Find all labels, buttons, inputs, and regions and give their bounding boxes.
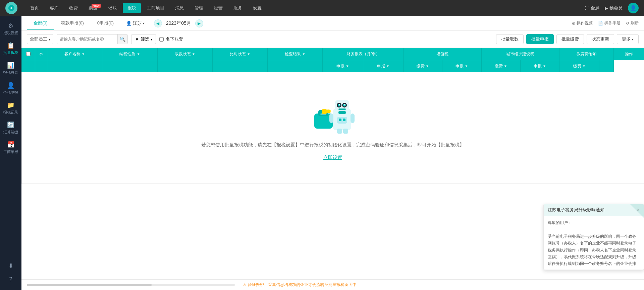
app-logo[interactable]: [5, 2, 17, 14]
search-button[interactable]: 🔍: [117, 34, 127, 44]
customer-filter-icon[interactable]: ▼: [82, 52, 85, 56]
chevron-left-icon: ◀: [156, 21, 159, 26]
nav-service[interactable]: 服务: [229, 3, 247, 13]
table-header-education-tax: 教育费附加: [559, 48, 614, 60]
sidebar-item-tax-summary[interactable]: 📊 报税总览: [0, 58, 21, 78]
tab-all[interactable]: 全部(0): [27, 17, 54, 30]
operation-manual-btn[interactable]: 📄 操作手册: [598, 20, 621, 26]
batch-pay-btn[interactable]: 批量缴费: [556, 34, 584, 44]
status-update-btn[interactable]: 状态更新: [587, 34, 614, 44]
sidebar-item-tax-settings[interactable]: ⚙ 报税设置: [0, 19, 21, 39]
table-subheader-edu-declare: 申报 ▼: [520, 60, 559, 72]
table-header-added-tax: 增值税: [403, 48, 481, 60]
data-table: ⚙ 客户名称 ▼ 纳税性质 ▼ 取数状态 ▼: [21, 48, 644, 184]
personal-tax-icon: 👤: [7, 82, 14, 89]
nav-message[interactable]: 消息: [170, 3, 189, 13]
nav-manage[interactable]: 管理: [190, 3, 208, 13]
nav-bizproject[interactable]: 工商项目: [142, 3, 169, 13]
svg-rect-22: [339, 119, 341, 121]
member-btn[interactable]: ▶ 畅会员: [605, 5, 623, 11]
search-icon: 🔍: [120, 37, 125, 42]
nav-fee[interactable]: 收费: [64, 3, 83, 13]
more-btn[interactable]: 更多 ▾: [617, 34, 639, 44]
tax-records-icon: 📁: [7, 101, 14, 109]
th-empty-2: [35, 60, 47, 72]
fin-declare-filter-icon[interactable]: ▼: [346, 64, 349, 68]
nav-home[interactable]: 首页: [25, 3, 44, 13]
notification-body[interactable]: 尊敬的用户： 受当前电子税务局进一步升级的影响，同一个政务网账号（办税人）名下的…: [544, 216, 644, 270]
sidebar-item-settlement[interactable]: 🔄 汇算清缴: [0, 118, 21, 138]
th-empty-4: [102, 60, 157, 72]
current-date: 2023年05月: [166, 20, 191, 26]
sidebar-item-batch-tax[interactable]: 📋 批量报税: [0, 39, 21, 58]
account-checkbox[interactable]: [159, 37, 164, 42]
table-subheader-added-declare: 申报 ▼: [363, 60, 403, 72]
refresh-btn[interactable]: ↺ 刷新: [626, 20, 639, 26]
table-header-gear[interactable]: ⚙: [35, 48, 47, 60]
batch-declare-btn[interactable]: 批量申报: [526, 34, 554, 44]
tab-tax-declare[interactable]: 税款申报(0): [54, 17, 91, 30]
fullscreen-btn[interactable]: ⛶ 全屏: [585, 5, 599, 11]
help-icon[interactable]: ?: [5, 274, 16, 285]
tab-bar-tools: ⊙ 操作视频 📄 操作手册 ↺ 刷新: [572, 20, 639, 26]
account-checkbox-label[interactable]: 名下账套: [159, 36, 183, 42]
svg-rect-17: [338, 108, 346, 110]
tax-nature-filter-icon[interactable]: ▼: [137, 52, 140, 56]
fetch-filter-icon[interactable]: ▼: [192, 52, 195, 56]
nav-settings[interactable]: 设置: [248, 3, 266, 13]
check-filter-icon[interactable]: ▼: [302, 52, 306, 56]
notification-header: 江苏电子税务局升级影响通知 ×: [544, 204, 644, 216]
edu-pay-filter-icon[interactable]: ▼: [582, 64, 586, 68]
table-header-checkbox[interactable]: [22, 48, 35, 60]
nav-tax[interactable]: 报税: [123, 3, 141, 13]
filter-button[interactable]: ▼ 筛选 ▾: [131, 34, 156, 44]
added-declare-filter-icon[interactable]: ▼: [386, 64, 389, 68]
nav-invoice[interactable]: 票据 NEW: [84, 3, 102, 13]
manual-icon: 📄: [598, 21, 603, 26]
operation-video-btn[interactable]: ⊙ 操作视频: [572, 20, 593, 26]
select-all-checkbox[interactable]: [26, 52, 31, 56]
horizontal-scrollbar[interactable]: [27, 284, 235, 286]
sidebar-item-tax-records[interactable]: 📁 报税记录: [0, 98, 21, 118]
added-pay-filter-icon[interactable]: ▼: [426, 64, 429, 68]
sidebar-item-personal-tax[interactable]: 👤 个税申报: [0, 78, 21, 98]
tab-zero-declare[interactable]: 0申报(0): [91, 17, 120, 30]
download-icon[interactable]: ⬇: [5, 261, 16, 271]
batch-fetch-btn[interactable]: 批量取数: [496, 34, 524, 44]
fullscreen-icon: ⛶: [585, 6, 589, 11]
svg-rect-20: [338, 111, 346, 114]
nav-accounting[interactable]: 记账: [103, 3, 121, 13]
nav-operation[interactable]: 经营: [209, 3, 227, 13]
user-avatar[interactable]: 👤: [628, 3, 639, 13]
avatar-icon: 👤: [630, 5, 637, 11]
svg-point-8: [326, 110, 331, 112]
compare-filter-icon[interactable]: ▼: [247, 52, 250, 56]
edu-declare-filter-icon[interactable]: ▼: [543, 64, 546, 68]
filter-label: 筛选: [141, 36, 149, 42]
th-empty-7: [268, 60, 323, 72]
next-month-btn[interactable]: ▶: [195, 19, 203, 27]
urban-declare-filter-icon[interactable]: ▼: [465, 64, 468, 68]
search-input[interactable]: [57, 35, 117, 43]
table-header-operation: 操作: [614, 48, 644, 60]
sidebar-item-annual-report[interactable]: 📅 工商年报: [0, 138, 21, 157]
notification-popup: 江苏电子税务局升级影响通知 × 尊敬的用户： 受当前电子税务局进一步升级的影响，…: [543, 204, 644, 270]
urban-pay-filter-icon[interactable]: ▼: [504, 64, 507, 68]
region-icon: 👤: [126, 21, 131, 26]
th-empty-op: [599, 60, 614, 72]
prev-month-btn[interactable]: ◀: [154, 19, 162, 27]
svg-rect-21: [337, 117, 347, 124]
setup-link[interactable]: 立即设置: [323, 155, 342, 161]
region-chevron-icon: ▾: [143, 21, 145, 25]
gear-icon: ⚙: [39, 52, 43, 57]
nav-customer[interactable]: 客户: [45, 3, 63, 13]
empty-state: 若您想使用批量报税功能，请先在【报税设置】中进行报税的初始化设置，完成密码验证和…: [25, 75, 640, 181]
refresh-icon: ↺: [626, 21, 629, 26]
th-empty-1: [22, 60, 35, 72]
scrollbar-thumb: [27, 284, 152, 286]
region-selector[interactable]: 👤 江苏 ▾: [123, 18, 147, 28]
region-label: 江苏: [133, 20, 142, 26]
new-badge: NEW: [92, 4, 101, 8]
employee-selector[interactable]: 全部员工 ▾: [27, 34, 53, 44]
more-label: 更多: [622, 36, 631, 42]
